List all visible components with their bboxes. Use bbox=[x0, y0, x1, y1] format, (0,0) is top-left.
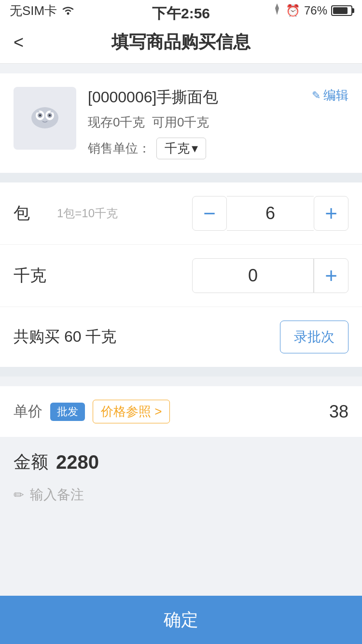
increment-bao-button[interactable]: + bbox=[314, 196, 348, 231]
amount-value: 2280 bbox=[56, 451, 99, 473]
quantity-hint-bao: 1包=10千克 bbox=[57, 206, 192, 221]
battery-percent: 76% bbox=[304, 4, 327, 17]
product-unit-row: 销售单位： 千克 ▾ bbox=[88, 138, 348, 159]
confirm-button[interactable]: 确定 bbox=[164, 608, 198, 632]
unit-label: 销售单位： bbox=[88, 140, 151, 157]
status-right: ⏰ 76% bbox=[272, 3, 352, 18]
wifi-icon bbox=[61, 3, 75, 18]
svg-point-0 bbox=[67, 12, 70, 14]
svg-point-1 bbox=[31, 107, 58, 128]
chevron-down-icon: ▾ bbox=[192, 141, 198, 156]
back-button[interactable]: < bbox=[14, 32, 24, 53]
svg-point-7 bbox=[49, 114, 51, 116]
amount-label: 金额 bbox=[14, 450, 48, 474]
quantity-control-bao: − + bbox=[192, 196, 348, 231]
quantity-label-kg: 千克 bbox=[14, 265, 52, 287]
amount-section: 金额 2280 ✏ 输入备注 bbox=[0, 437, 362, 518]
product-owl-icon bbox=[28, 101, 62, 136]
price-section: 单价 批发 价格参照 > 38 bbox=[0, 386, 362, 437]
quantity-control-kg: + bbox=[192, 258, 348, 293]
quantity-row-bao: 包 1包=10千克 − + bbox=[0, 182, 362, 245]
status-left: 无SIM卡 bbox=[10, 2, 75, 19]
section-divider-2 bbox=[0, 367, 362, 377]
product-info: [0000006]手撕面包 现存0千克 可用0千克 销售单位： 千克 ▾ bbox=[88, 87, 348, 159]
page-title: 填写商品购买信息 bbox=[111, 30, 251, 54]
remark-placeholder: 输入备注 bbox=[30, 486, 84, 504]
price-row: 单价 批发 价格参照 > 38 bbox=[14, 400, 348, 423]
unit-select[interactable]: 千克 ▾ bbox=[156, 138, 206, 159]
status-bar: 无SIM卡 下午2:56 ⏰ 76% bbox=[0, 0, 362, 21]
price-label: 单价 bbox=[14, 402, 42, 421]
amount-row: 金额 2280 bbox=[14, 450, 348, 474]
quantity-row-kg: 千克 + bbox=[0, 245, 362, 307]
confirm-bar[interactable]: 确定 bbox=[0, 596, 362, 644]
price-value: 38 bbox=[329, 402, 348, 422]
quantity-input-bao[interactable] bbox=[227, 196, 314, 231]
product-stock: 现存0千克 可用0千克 bbox=[88, 114, 348, 131]
decrement-bao-button[interactable]: − bbox=[192, 196, 227, 231]
carrier-label: 无SIM卡 bbox=[10, 2, 57, 19]
price-reference-button[interactable]: 价格参照 > bbox=[93, 400, 170, 423]
product-thumbnail bbox=[14, 87, 76, 150]
price-badge: 批发 bbox=[50, 403, 85, 421]
remark-row[interactable]: ✏ 输入备注 bbox=[14, 486, 348, 504]
edit-button[interactable]: ✎ 编辑 bbox=[312, 87, 348, 104]
alarm-icon: ⏰ bbox=[286, 4, 300, 17]
section-divider-1 bbox=[0, 173, 362, 182]
quantity-input-kg[interactable] bbox=[192, 258, 314, 293]
location-icon bbox=[272, 3, 282, 18]
increment-kg-button[interactable]: + bbox=[314, 258, 348, 293]
product-card: [0000006]手撕面包 现存0千克 可用0千克 销售单位： 千克 ▾ ✎ 编… bbox=[0, 73, 362, 173]
battery-icon bbox=[331, 5, 352, 16]
status-time: 下午2:56 bbox=[152, 4, 210, 24]
nav-bar: < 填写商品购买信息 bbox=[0, 21, 362, 64]
product-name: [0000006]手撕面包 bbox=[88, 87, 348, 108]
total-row: 共购买 60 千克 录批次 bbox=[0, 307, 362, 367]
pencil-icon: ✏ bbox=[14, 488, 24, 503]
edit-icon: ✎ bbox=[312, 89, 320, 102]
total-label: 共购买 60 千克 bbox=[14, 326, 280, 348]
quantity-section: 包 1包=10千克 − + 千克 + bbox=[0, 182, 362, 307]
quantity-label-bao: 包 bbox=[14, 202, 52, 224]
svg-point-6 bbox=[39, 114, 41, 116]
record-batch-button[interactable]: 录批次 bbox=[280, 321, 348, 353]
